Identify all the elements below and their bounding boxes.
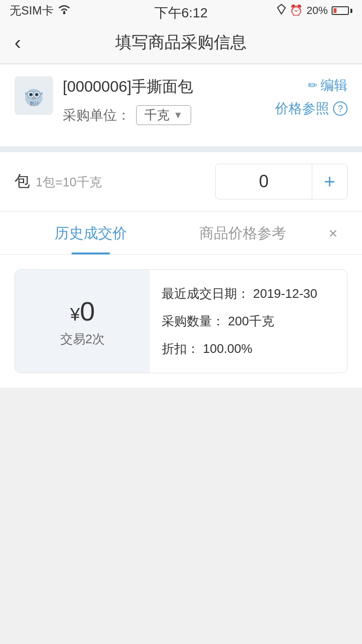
transaction-count: 交易2次 (60, 331, 105, 348)
back-button[interactable]: ‹ (14, 33, 21, 52)
purchase-qty-label: 采购数量： (162, 314, 224, 328)
discount-row: 折扣： 100.00% (162, 339, 335, 358)
edit-label: 编辑 (320, 76, 348, 95)
alarm-icon: ⏰ (290, 4, 303, 17)
battery-icon (332, 6, 352, 15)
svg-point-6 (30, 94, 32, 96)
price-card-right: 最近成交日期： 2019-12-30 采购数量： 200千克 折扣： 100.0… (150, 270, 347, 373)
product-thumbnail: 数计 (14, 76, 53, 115)
product-left: 数计 [0000006]手撕面包 采购单位： 千克 ▼ (14, 76, 193, 125)
help-icon: ? (333, 101, 348, 116)
nav-bar: ‹ 填写商品采购信息 (0, 21, 362, 64)
battery-percent: 20% (306, 4, 328, 17)
status-right: ⏰ 20% (277, 4, 352, 17)
tabs-header: 历史成交价 商品价格参考 × (0, 212, 362, 255)
tab-price-reference[interactable]: 商品价格参考 (167, 212, 319, 254)
status-time: 下午6:12 (154, 4, 208, 22)
main-content (0, 388, 362, 644)
price-yen-symbol: ¥ (70, 305, 80, 325)
unit-char: 包 (14, 171, 30, 192)
unit-label: 包 1包=10千克 (14, 171, 102, 192)
price-ref-right: ✏ 编辑 价格参照 ? (275, 76, 348, 118)
discount-value: 100.00% (203, 341, 252, 356)
purchase-unit-row: 采购单位： 千克 ▼ (63, 105, 193, 125)
recent-date-label: 最近成交日期： (162, 286, 250, 301)
section-divider (0, 146, 362, 152)
wifi-icon (57, 4, 71, 17)
status-left: 无SIM卡 (10, 3, 71, 18)
purchase-unit-label: 采购单位： (63, 106, 130, 125)
price-card: ¥ 0 交易2次 最近成交日期： 2019-12-30 采购数量： 200千克 … (14, 269, 348, 373)
unit-select[interactable]: 千克 ▼ (136, 105, 191, 125)
product-section: 数计 [0000006]手撕面包 采购单位： 千克 ▼ ✏ 编辑 (0, 65, 362, 146)
unit-value: 千克 (144, 107, 169, 124)
product-header: 数计 [0000006]手撕面包 采购单位： 千克 ▼ ✏ 编辑 (14, 76, 348, 125)
quantity-display: 0 (216, 164, 312, 199)
tab-history-price[interactable]: 历史成交价 (14, 212, 167, 254)
product-name: [0000006]手撕面包 (63, 76, 193, 98)
page-title: 填写商品采购信息 (115, 31, 247, 54)
price-ref-label: 价格参照 (275, 99, 329, 118)
edit-icon: ✏ (308, 79, 318, 92)
edit-link[interactable]: ✏ 编辑 (308, 76, 348, 95)
network-label: 无SIM卡 (10, 3, 54, 18)
unit-conversion: 1包=10千克 (36, 174, 102, 191)
price-card-left: ¥ 0 交易2次 (15, 270, 150, 373)
quantity-control: 0 + (215, 164, 348, 199)
tab-close-button[interactable]: × (319, 212, 348, 254)
history-content: ¥ 0 交易2次 最近成交日期： 2019-12-30 采购数量： 200千克 … (0, 255, 362, 388)
svg-point-7 (36, 94, 38, 96)
location-icon (277, 4, 286, 17)
tab-history-label: 历史成交价 (55, 224, 127, 243)
tabs-section: 历史成交价 商品价格参考 × ¥ 0 交易2次 最近成交日期： 2019-12-… (0, 212, 362, 388)
purchase-qty-row: 采购数量： 200千克 (162, 312, 335, 331)
close-icon: × (329, 224, 338, 242)
svg-point-0 (63, 12, 65, 14)
svg-text:数计: 数计 (30, 101, 40, 106)
tab-price-ref-label: 商品价格参考 (199, 224, 286, 243)
status-bar: 无SIM卡 下午6:12 ⏰ 20% (0, 0, 362, 21)
quantity-section: 包 1包=10千克 0 + (0, 152, 362, 211)
recent-date-row: 最近成交日期： 2019-12-30 (162, 284, 335, 303)
purchase-qty-value: 200千克 (228, 314, 274, 328)
caret-icon: ▼ (173, 110, 183, 121)
price-display: ¥ 0 (70, 295, 95, 327)
product-info: [0000006]手撕面包 采购单位： 千克 ▼ (63, 76, 193, 125)
recent-date-value: 2019-12-30 (253, 286, 317, 301)
discount-label: 折扣： (162, 341, 199, 356)
price-ref-button[interactable]: 价格参照 ? (275, 99, 348, 118)
quantity-plus-button[interactable]: + (312, 164, 347, 199)
tab-active-indicator (71, 252, 110, 254)
price-value: 0 (80, 295, 95, 327)
